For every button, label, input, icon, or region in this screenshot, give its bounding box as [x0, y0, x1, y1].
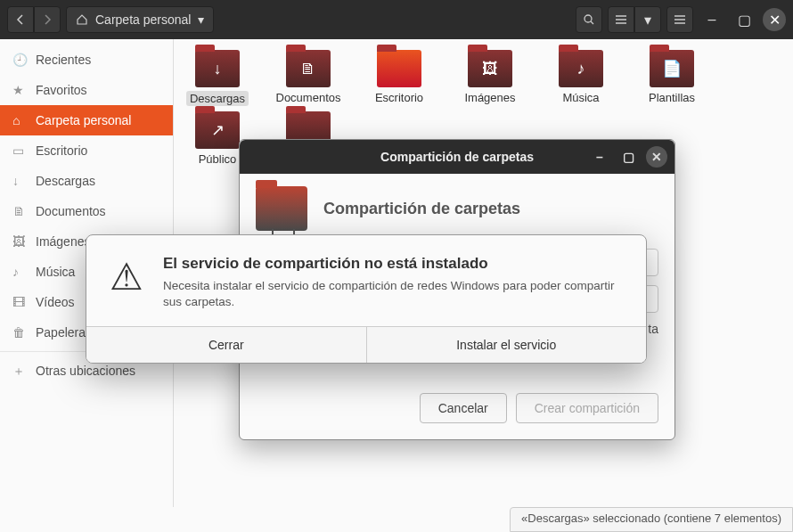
- sidebar-item-label: Carpeta personal: [36, 113, 131, 127]
- download-icon: ↓: [195, 50, 240, 87]
- sidebar-item-descargas[interactable]: ↓Descargas: [0, 166, 173, 196]
- folder-label: Público: [199, 152, 237, 166]
- alert-title: El servicio de compartición no está inst…: [163, 255, 623, 273]
- sidebar-item-label: Recientes: [36, 53, 91, 67]
- view-list-button[interactable]: [608, 6, 634, 33]
- image-icon: 🖼: [468, 50, 512, 87]
- sidebar-item-label: Papelera: [36, 325, 86, 340]
- share-dialog-title: Compartición de carpetas: [380, 150, 534, 164]
- share-folder-icon: [256, 186, 307, 231]
- alert-message: Necesita instalar el servicio de compart…: [163, 278, 623, 310]
- view-dropdown-button[interactable]: ▾: [634, 6, 661, 33]
- folder-label: Escritorio: [375, 91, 423, 104]
- share-minimize-button[interactable]: –: [589, 146, 610, 168]
- plus-icon: ＋: [12, 364, 27, 378]
- folder-plantillas[interactable]: 📄Plantillas: [637, 50, 707, 106]
- template-icon: 📄: [650, 50, 694, 87]
- sidebar-item-label: Documentos: [36, 204, 106, 218]
- sidebar-item-favoritos[interactable]: ★Favoritos: [0, 75, 173, 105]
- sidebar-item-escritorio[interactable]: ▭Escritorio: [0, 135, 173, 166]
- sidebar-item-label: Imágenes: [36, 234, 90, 249]
- folder-label: Imágenes: [464, 91, 515, 104]
- path-bar[interactable]: Carpeta personal ▾: [66, 6, 214, 33]
- sidebar-item-label: Música: [36, 265, 75, 279]
- share-maximize-button[interactable]: ▢: [617, 146, 639, 168]
- desktop-icon: ▭: [12, 143, 27, 158]
- sidebar-item-label: Vídeos: [36, 295, 75, 309]
- headerbar: Carpeta personal ▾ ▾ – ▢ ✕: [0, 0, 793, 39]
- minimize-button[interactable]: –: [699, 6, 725, 33]
- folder-label: Descargas: [186, 91, 249, 106]
- document-icon: 🗎: [286, 50, 331, 87]
- download-icon: ↓: [12, 174, 27, 188]
- folder-imagenes[interactable]: 🖼Imágenes: [455, 50, 525, 106]
- share-dialog-titlebar: Compartición de carpetas – ▢ ✕: [240, 140, 674, 174]
- search-button[interactable]: [576, 6, 602, 33]
- folder-label: Música: [562, 91, 599, 104]
- sidebar-item-label: Favoritos: [36, 83, 87, 97]
- share-close-button[interactable]: ✕: [646, 146, 667, 168]
- view-group: ▾: [608, 6, 661, 33]
- warning-icon: ⚠: [110, 255, 143, 310]
- create-share-button[interactable]: Crear compartición: [516, 393, 658, 423]
- document-icon: 🗎: [12, 204, 27, 218]
- close-button[interactable]: ✕: [763, 8, 786, 31]
- image-icon: 🖼: [12, 234, 27, 249]
- share-trailing-text: ta: [648, 322, 658, 336]
- alert-install-button[interactable]: Instalar el servicio: [367, 327, 647, 363]
- alert-dialog: ⚠ El servicio de compartición no está in…: [86, 234, 647, 364]
- folder-descargas[interactable]: ↓Descargas: [183, 50, 252, 106]
- share-icon: ↗: [195, 111, 240, 149]
- music-icon: ♪: [559, 50, 603, 87]
- folder-escritorio[interactable]: Escritorio: [364, 50, 434, 106]
- video-icon: 🎞: [12, 295, 27, 309]
- sidebar-item-recientes[interactable]: 🕘Recientes: [0, 45, 173, 75]
- home-icon: [76, 13, 88, 26]
- back-button[interactable]: [7, 6, 34, 33]
- home-icon: ⌂: [12, 113, 27, 127]
- statusbar: «Descargas» seleccionado (contiene 7 ele…: [510, 507, 793, 532]
- clock-icon: 🕘: [12, 53, 27, 67]
- forward-button[interactable]: [34, 6, 61, 33]
- share-dialog-heading: Compartición de carpetas: [323, 200, 520, 218]
- sidebar-item-label: Otras ubicaciones: [36, 364, 135, 378]
- maximize-button[interactable]: ▢: [731, 6, 757, 33]
- sidebar-item-label: Escritorio: [36, 143, 87, 158]
- sidebar-item-documentos[interactable]: 🗎Documentos: [0, 196, 173, 226]
- menu-button[interactable]: [666, 6, 693, 33]
- folder-documentos[interactable]: 🗎Documentos: [274, 50, 343, 106]
- folder-label: Documentos: [276, 91, 341, 104]
- music-icon: ♪: [12, 265, 27, 279]
- alert-close-button[interactable]: Cerrar: [86, 327, 367, 363]
- sidebar-item-label: Descargas: [36, 174, 95, 188]
- svg-point-0: [585, 15, 592, 22]
- nav-group: [7, 6, 61, 33]
- path-label: Carpeta personal: [95, 12, 191, 27]
- trash-icon: 🗑: [12, 325, 27, 340]
- star-icon: ★: [12, 83, 27, 97]
- folder-label: Plantillas: [649, 91, 695, 104]
- folder-musica[interactable]: ♪Música: [546, 50, 616, 106]
- cancel-button[interactable]: Cancelar: [420, 393, 507, 423]
- chevron-down-icon: ▾: [198, 12, 204, 27]
- sidebar-item-home[interactable]: ⌂Carpeta personal: [0, 105, 173, 135]
